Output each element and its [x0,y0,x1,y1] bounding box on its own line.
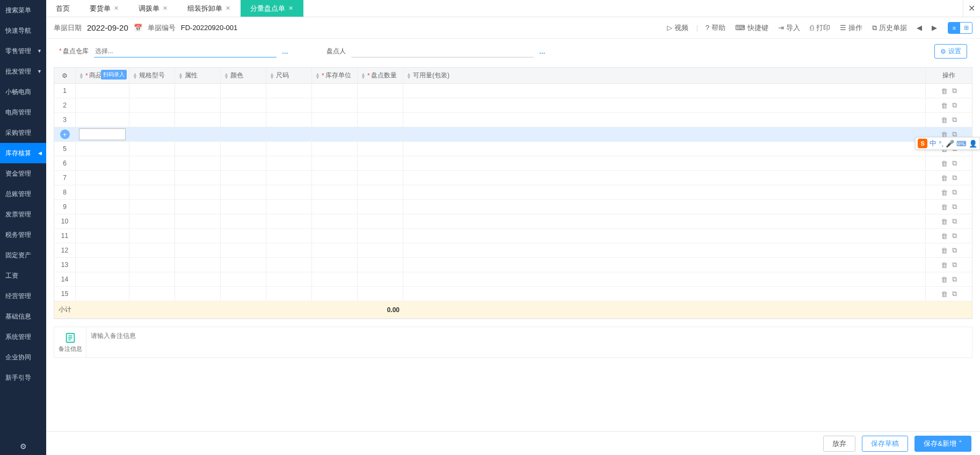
date-value[interactable]: 2022-09-20 [87,23,128,32]
warehouse-input[interactable] [94,45,277,57]
header-unit[interactable]: ▲▼*库存单位 [312,68,358,83]
sidebar-item-18[interactable]: 新手引导 [0,367,46,388]
header-color[interactable]: ▲▼颜色 [221,68,266,83]
copy-icon[interactable]: ⧉ [952,275,957,284]
sidebar-item-4[interactable]: 小畅电商 [0,82,46,102]
table-row[interactable]: 14🗑⧉ [54,272,972,287]
table-row[interactable]: 15🗑⧉ [54,287,972,301]
header-spec[interactable]: ▲▼规格型号 [129,68,175,83]
table-row[interactable]: 7🗑⧉ [54,171,972,185]
calendar-icon[interactable]: 📅 [134,24,142,32]
tabs-close-all[interactable]: ✕ [963,0,980,17]
table-row[interactable]: 2🗑⧉ [54,98,972,113]
delete-icon[interactable]: 🗑 [941,290,948,298]
header-product[interactable]: ▲▼*商品 扫码录入 [76,68,129,83]
table-row[interactable]: 6🗑⧉ [54,156,972,171]
sidebar-item-1[interactable]: 快速导航 [0,20,46,41]
copy-icon[interactable]: ⧉ [952,159,957,168]
table-row[interactable]: 8🗑⧉ [54,185,972,200]
close-icon[interactable]: ✕ [226,5,230,12]
save-add-button[interactable]: 保存&新增˄ [914,436,971,452]
table-row[interactable]: 13🗑⧉ [54,258,972,272]
sidebar-item-0[interactable]: 搜索菜单 [0,0,46,20]
sidebar-item-10[interactable]: 发票管理 [0,204,46,225]
copy-icon[interactable]: ⧉ [952,261,957,269]
copy-icon[interactable]: ⧉ [952,115,957,124]
table-row[interactable]: 9🗑⧉ [54,200,972,214]
checker-input[interactable] [351,45,534,57]
delete-icon[interactable]: 🗑 [941,247,948,255]
copy-icon[interactable]: ⧉ [952,246,957,255]
nav-next[interactable]: ▶ [930,24,939,32]
sidebar-item-17[interactable]: 企业协同 [0,347,46,367]
copy-icon[interactable]: ⧉ [952,174,957,182]
delete-icon[interactable]: 🗑 [941,276,948,284]
header-qty[interactable]: ▲▼*盘点数量 [358,68,403,83]
close-icon[interactable]: ✕ [114,5,119,12]
header-attr[interactable]: ▲▼属性 [175,68,221,83]
sidebar-item-2[interactable]: 零售管理▼ [0,41,46,61]
ime-punct-icon[interactable]: °, [939,140,943,148]
copy-icon[interactable]: ⧉ [952,188,957,197]
delete-icon[interactable]: 🗑 [941,102,948,110]
checker-lookup-icon[interactable]: … [539,48,546,55]
tab-0[interactable]: 首页 [46,0,80,17]
remark-input[interactable] [86,327,972,357]
delete-icon[interactable]: 🗑 [941,116,948,124]
ime-keyboard-icon[interactable]: ⌨ [956,140,967,148]
copy-icon[interactable]: ⧉ [952,101,957,110]
sidebar-item-8[interactable]: 资金管理 [0,163,46,184]
add-row-icon[interactable]: + [60,129,70,139]
product-cell-input[interactable] [79,128,126,140]
table-row[interactable]: 12🗑⧉ [54,243,972,258]
tab-3[interactable]: 组装拆卸单✕ [178,0,241,17]
tool-import[interactable]: ⇥ 导入 [776,23,802,33]
tab-2[interactable]: 调拨单✕ [129,0,178,17]
sidebar-item-16[interactable]: 系统管理 [0,327,46,347]
header-avail[interactable]: ▲▼可用量(包装) [403,68,926,83]
ime-toolbar[interactable]: S 中 °, 🎤 ⌨ 👤 [915,137,980,150]
tool-operate[interactable]: ☰ 操作 [838,23,865,33]
view-grid-icon[interactable]: ⊞ [960,23,972,33]
sidebar-settings-icon[interactable]: ⚙ [0,438,46,455]
ime-mic-icon[interactable]: 🎤 [946,140,954,148]
tab-1[interactable]: 要货单✕ [80,0,129,17]
save-draft-button[interactable]: 保存草稿 [862,436,908,452]
copy-icon[interactable]: ⧉ [952,86,957,95]
discard-button[interactable]: 放弃 [823,436,855,452]
delete-icon[interactable]: 🗑 [941,160,948,168]
view-toggle[interactable]: ≡ ⊞ [948,22,972,34]
header-config-icon[interactable]: ⚙ [54,68,76,83]
sidebar-item-5[interactable]: 电商管理 [0,102,46,122]
tool-help[interactable]: ? 帮助 [703,23,728,33]
table-row[interactable]: 5🗑⧉ [54,142,972,156]
tool-print[interactable]: ⎙ 打印 [808,23,832,33]
view-list-icon[interactable]: ≡ [948,23,960,33]
settings-button[interactable]: ⚙ 设置 [934,44,967,59]
table-row[interactable]: 10🗑⧉ [54,214,972,229]
close-icon[interactable]: ✕ [163,5,168,12]
ime-lang[interactable]: 中 [930,139,937,148]
copy-icon[interactable]: ⧉ [952,232,957,240]
sidebar-item-13[interactable]: 工资 [0,265,46,286]
tool-shortcut[interactable]: ⌨ 快捷键 [733,23,771,33]
sidebar-item-7[interactable]: 库存核算◀ [0,143,46,163]
warehouse-lookup-icon[interactable]: … [282,48,289,55]
delete-icon[interactable]: 🗑 [941,174,948,182]
copy-icon[interactable]: ⧉ [952,290,957,298]
sidebar-item-12[interactable]: 固定资产 [0,245,46,265]
sidebar-item-6[interactable]: 采购管理 [0,122,46,143]
delete-icon[interactable]: 🗑 [941,261,948,269]
sidebar-item-3[interactable]: 批发管理▼ [0,61,46,82]
copy-icon[interactable]: ⧉ [952,203,957,211]
sidebar-item-11[interactable]: 税务管理 [0,225,46,245]
sidebar-item-15[interactable]: 基础信息 [0,306,46,327]
delete-icon[interactable]: 🗑 [941,87,948,95]
scan-badge[interactable]: 扫码录入 [101,70,127,80]
tool-video[interactable]: ▷ 视频 [665,23,691,33]
table-row[interactable]: 1🗑⧉ [54,84,972,98]
ime-person-icon[interactable]: 👤 [969,140,977,148]
table-row[interactable]: 3🗑⧉ [54,113,972,127]
delete-icon[interactable]: 🗑 [941,203,948,211]
delete-icon[interactable]: 🗑 [941,189,948,197]
